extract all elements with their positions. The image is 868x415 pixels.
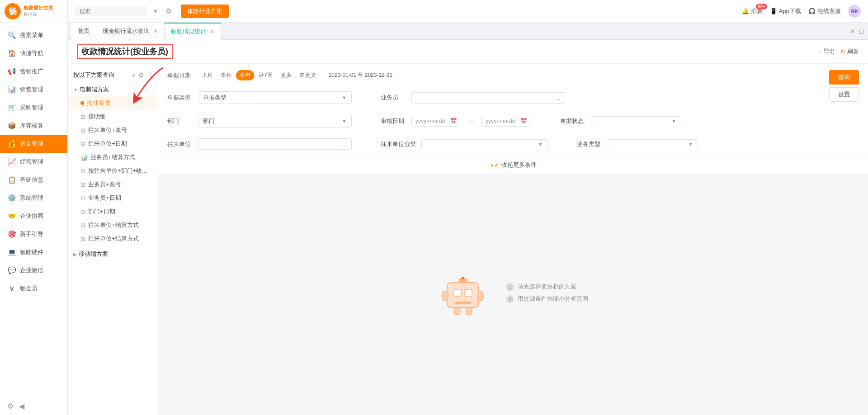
tree-item-salesperson-settle[interactable]: 📊 业务员+结算方式 xyxy=(68,151,158,164)
counter-more-icon[interactable]: ... xyxy=(342,141,347,147)
date-label: 单据日期 xyxy=(167,71,193,80)
panel-header: 按以下方案查询 + ⚙ 《 xyxy=(68,67,158,83)
sidebar-item-enterprise[interactable]: 🤝 企业协同 xyxy=(0,207,67,225)
date-tab-prev-month[interactable]: 上月 xyxy=(198,70,216,80)
tree-item-label: 业务员+账号 xyxy=(88,180,121,189)
salesperson-label: 业务员 xyxy=(381,94,406,102)
tree-item-counter-dept[interactable]: ⊞ 按往来单位+部门+收... xyxy=(68,164,158,178)
message-badge: 99+ xyxy=(756,4,767,9)
tree-item-dept-date[interactable]: ⊙ 部门+日期 xyxy=(68,205,158,218)
tree-section-desktop-header[interactable]: ▼ 电脑端方案 xyxy=(68,83,158,96)
topbar-dropdown-icon[interactable]: ▼ xyxy=(153,8,158,14)
tip-text-2: 用过滤条件来缩小分析范围 xyxy=(518,295,588,303)
sidebar-item-member[interactable]: V 畅会员 xyxy=(0,279,67,297)
calendar-icon: 📅 xyxy=(450,118,457,124)
sidebar-item-system[interactable]: ⚙️ 系统管理 xyxy=(0,189,67,207)
doc-status-select[interactable]: ▼ xyxy=(591,116,681,126)
sidebar-item-search[interactable]: 🔍 搜索菜单 xyxy=(0,26,67,44)
filter-row-doctype: 单据类型 单据类型 ▼ 业务员 ... xyxy=(167,91,822,104)
counter-select[interactable]: ... xyxy=(198,138,352,150)
topbar-search-input[interactable] xyxy=(75,6,147,16)
date-tab-more[interactable]: 更多 xyxy=(277,70,295,80)
settings-button[interactable]: 设置 xyxy=(829,87,859,102)
tree-item-by-salesperson[interactable]: 按业务员 xyxy=(68,96,158,110)
topbar-gear-icon[interactable]: ⚙ xyxy=(165,7,172,15)
tree-item-salesperson-account[interactable]: ⊞ 业务员+账号 xyxy=(68,178,158,191)
user-avatar[interactable]: Rit xyxy=(848,5,861,18)
sidebar-item-label: 资金管理 xyxy=(20,140,43,148)
sidebar-item-finance[interactable]: 💰 资金管理 xyxy=(0,135,67,153)
empty-tip-2: 2 用过滤条件来缩小分析范围 xyxy=(506,295,588,303)
app-download-label: App下载 xyxy=(779,7,801,15)
sidebar-item-wechat[interactable]: 💬 企业微信 xyxy=(0,261,67,279)
tree-item-by-detail[interactable]: ⊞ 按明细 xyxy=(68,110,158,123)
tab-home[interactable]: 首页 xyxy=(71,23,96,40)
tree-item-counter-settle1[interactable]: ⊞ 往来单位+结算方式 xyxy=(68,218,158,232)
sidebar-item-quick-nav[interactable]: 🏠 快捷导航 xyxy=(0,44,67,62)
counter-class-select[interactable]: ▼ xyxy=(421,139,548,149)
sidebar-item-hardware[interactable]: 💻 智能硬件 xyxy=(0,243,67,261)
basic-icon: 📋 xyxy=(7,175,16,184)
date-tab-this-year[interactable]: 本年 xyxy=(236,70,254,80)
query-button[interactable]: 查询 xyxy=(829,70,859,85)
tree-arrow-desktop: ▼ xyxy=(73,87,78,92)
topbar: ▼ ⚙ 体验行业方案 🔔 消息 99+ 📱 App下载 🎧 在线客服 Rit xyxy=(68,0,868,23)
biz-type-select[interactable]: ▼ xyxy=(608,139,698,149)
panel-add-icon[interactable]: + xyxy=(132,71,136,79)
circle-icon-2: ⊙ xyxy=(80,208,85,215)
review-date-end-input[interactable]: yyyy-mm-dd 📅 xyxy=(481,116,531,127)
grid-icon-7: ⊞ xyxy=(80,236,85,242)
panel-header-actions: + ⚙ 《 xyxy=(132,71,152,79)
sidebar-item-basic[interactable]: 📋 基础信息 xyxy=(0,171,67,189)
date-tab-custom[interactable]: 自定义 xyxy=(296,70,320,80)
tab-bank-flow[interactable]: 现金银行流水查询 ✕ xyxy=(96,23,165,40)
svg-rect-7 xyxy=(478,292,483,301)
panel-collapse-icon[interactable]: 《 xyxy=(147,71,152,79)
collapse-sidebar-icon[interactable]: ◀ xyxy=(19,402,24,410)
settings-bottom-icon[interactable]: ⚙ xyxy=(7,402,14,410)
filter-btn-group: 查询 设置 xyxy=(829,70,859,102)
tree-section-mobile-header[interactable]: ▶ 移动端方案 xyxy=(68,247,158,261)
sidebar-item-guide[interactable]: 🎯 新手引导 xyxy=(0,225,67,243)
tree-section-desktop-label: 电脑端方案 xyxy=(80,85,109,94)
date-tab-last7days[interactable]: 近7天 xyxy=(255,70,276,80)
review-date-start-input[interactable]: yyyy-mm-dd 📅 xyxy=(411,116,461,127)
hardware-icon: 💻 xyxy=(7,248,16,257)
sidebar-item-marketing[interactable]: 📢 营销推广 xyxy=(0,62,67,80)
tab-bank-flow-close[interactable]: ✕ xyxy=(153,28,158,34)
refresh-btn[interactable]: ↻ 刷新 xyxy=(840,47,859,56)
sidebar-item-inventory[interactable]: 📦 库存核算 xyxy=(0,117,67,135)
collapse-bar[interactable]: ∧∧ 收起更多条件 xyxy=(158,156,868,174)
tab-collection-stats-close[interactable]: ✕ xyxy=(210,28,214,35)
sidebar-item-operations[interactable]: 📈 经营管理 xyxy=(0,153,67,171)
sidebar-item-label: 畅会员 xyxy=(20,284,38,292)
app-download-btn[interactable]: 📱 App下载 xyxy=(770,7,801,15)
doc-type-select[interactable]: 单据类型 ▼ xyxy=(198,91,352,104)
sidebar-item-sales[interactable]: 📊 销售管理 xyxy=(0,80,67,99)
empty-state-icon xyxy=(438,269,488,320)
dept-select[interactable]: 部门 ▼ xyxy=(198,115,352,127)
online-service-btn[interactable]: 🎧 在线客服 xyxy=(808,7,841,15)
sidebar-item-purchase[interactable]: 🛒 采购管理 xyxy=(0,99,67,117)
filter-row-date: 单据日期 上月 本月 本年 近7天 更多 自定义 2023-01-01 至 20… xyxy=(167,70,822,80)
tab-collection-stats[interactable]: 收款情况统计 ✕ xyxy=(165,23,221,40)
date-range-display: 2023-01-01 至 2023-12-31 xyxy=(329,71,392,79)
salesperson-more-icon[interactable]: ... xyxy=(555,94,560,101)
export-btn[interactable]: ↑ 导出 xyxy=(819,47,835,56)
tree-item-salesperson-date[interactable]: ⊙ 业务员+日期 xyxy=(68,191,158,205)
message-btn[interactable]: 🔔 消息 99+ xyxy=(742,7,763,15)
tree-item-counter-settle2[interactable]: ⊞ 往来单位+结算方式 xyxy=(68,232,158,245)
date-tab-this-month[interactable]: 本月 xyxy=(217,70,235,80)
counter-class-label: 往来单位分类 xyxy=(381,140,416,148)
tab-restore-icon[interactable]: ◻ xyxy=(859,28,864,35)
salesperson-select[interactable]: ... xyxy=(411,92,565,104)
sidebar-nav: 🔍 搜索菜单 🏠 快捷导航 📢 营销推广 📊 销售管理 🛒 采购管理 📦 库存核… xyxy=(0,23,67,397)
doc-type-placeholder: 单据类型 xyxy=(203,94,226,102)
sidebar: 畅 畅捷通好生意 标准版 🔍 搜索菜单 🏠 快捷导航 📢 营销推广 📊 销售管理… xyxy=(0,0,68,415)
trial-btn[interactable]: 体验行业方案 xyxy=(181,5,229,18)
tab-close-all-icon[interactable]: ✕ xyxy=(850,28,855,35)
tree-item-counter-date[interactable]: ⊞ 往来单位+日期 xyxy=(68,137,158,151)
panel-settings-icon[interactable]: ⚙ xyxy=(138,71,144,79)
grid-icon: ⊞ xyxy=(80,113,85,120)
tree-item-counter-account[interactable]: ⊞ 往来单位+账号 xyxy=(68,123,158,137)
